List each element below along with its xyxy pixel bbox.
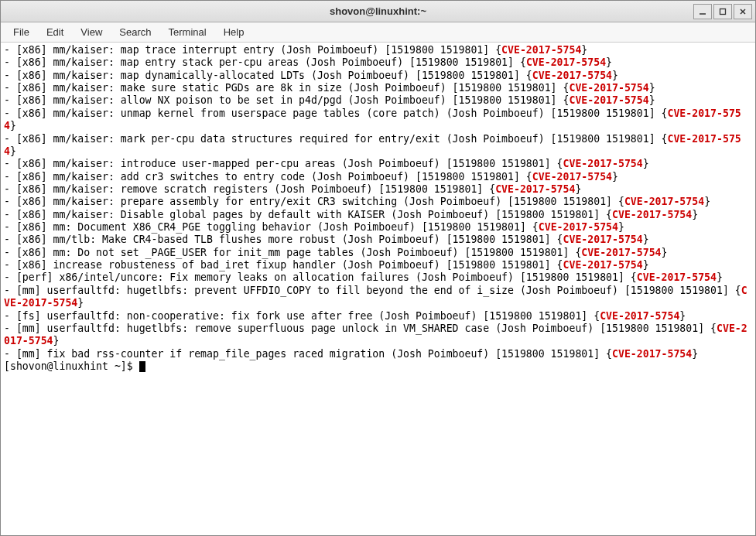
log-line: - [mm] fix bad rss-counter if remap_file… <box>4 348 698 360</box>
minimize-button[interactable] <box>693 4 712 19</box>
cve-id: CVE-2017-5754 <box>612 348 692 360</box>
cve-id: CVE-2017-5754 <box>4 323 747 347</box>
close-button[interactable] <box>734 4 752 19</box>
log-line: - [x86] mm/kaiser: mark per-cpu data str… <box>4 133 741 157</box>
menu-search[interactable]: Search <box>111 24 159 40</box>
cve-id: CVE-2017-5754 <box>563 259 643 271</box>
menu-terminal[interactable]: Terminal <box>161 24 214 40</box>
shell-prompt: [shovon@linuxhint ~]$ <box>4 360 139 372</box>
cve-id: CVE-2017-5754 <box>4 133 741 157</box>
menu-help[interactable]: Help <box>216 24 252 40</box>
cve-id: CVE-2017-5754 <box>4 108 741 131</box>
log-line: - [x86] mm/kaiser: map trace interrupt e… <box>4 44 587 56</box>
cve-id: CVE-2017-5754 <box>624 196 704 207</box>
log-line: - [mm] userfaultfd: hugetlbfs: remove su… <box>4 323 747 347</box>
log-line: - [x86] mm/kaiser: allow NX poison to be… <box>4 94 655 106</box>
terminal-output[interactable]: - [x86] mm/kaiser: map trace interrupt e… <box>1 43 755 535</box>
log-line: - [x86] mm/kaiser: map dynamically-alloc… <box>4 70 618 81</box>
window-title: shovon@linuxhint:~ <box>330 5 426 17</box>
log-line: - [perf] x86/intel/uncore: Fix memory le… <box>4 271 723 283</box>
cve-id: CVE-2017-5754 <box>4 285 747 309</box>
menubar: File Edit View Search Terminal Help <box>1 22 755 43</box>
menu-file[interactable]: File <box>5 24 37 40</box>
cve-id: CVE-2017-5754 <box>569 94 648 106</box>
log-line: - [x86] mm: Do not set _PAGE_USER for in… <box>4 247 668 258</box>
cursor <box>139 361 145 372</box>
cve-id: CVE-2017-5754 <box>526 56 606 68</box>
log-line: - [x86] mm/kaiser: prepare assembly for … <box>4 196 710 207</box>
cve-id: CVE-2017-5754 <box>501 44 581 56</box>
cve-id: CVE-2017-5754 <box>569 82 648 94</box>
cve-id: CVE-2017-5754 <box>612 209 692 220</box>
log-line: - [x86] mm: Document X86_CR4_PGE togglin… <box>4 221 624 233</box>
cve-id: CVE-2017-5754 <box>637 271 717 283</box>
cve-id: CVE-2017-5754 <box>563 234 643 245</box>
log-line: - [fs] userfaultfd: non-cooperative: fix… <box>4 310 686 322</box>
log-line: - [x86] increase robusteness of bad_iret… <box>4 259 649 271</box>
log-line: - [x86] mm/kaiser: Disable global pages … <box>4 209 698 220</box>
log-line: - [x86] mm/kaiser: remove scratch regist… <box>4 183 581 195</box>
log-line: - [mm] userfaultfd: hugetlbfs: prevent U… <box>4 285 747 309</box>
terminal-window: shovon@linuxhint:~ File Edit View Search… <box>0 0 756 536</box>
menu-view[interactable]: View <box>73 24 110 40</box>
log-line: - [x86] mm/tlb: Make CR4-based TLB flush… <box>4 234 649 245</box>
cve-id: CVE-2017-5754 <box>563 158 643 169</box>
log-line: - [x86] mm/kaiser: map entry stack per-c… <box>4 56 612 68</box>
log-line: - [x86] mm/kaiser: introduce user-mapped… <box>4 158 649 169</box>
log-line: - [x86] mm/kaiser: unmap kernel from use… <box>4 108 741 131</box>
cve-id: CVE-2017-5754 <box>581 247 661 258</box>
cve-id: CVE-2017-5754 <box>539 221 618 233</box>
svg-rect-1 <box>720 9 726 14</box>
cve-id: CVE-2017-5754 <box>532 70 612 81</box>
maximize-button[interactable] <box>713 4 732 19</box>
cve-id: CVE-2017-5754 <box>532 171 612 183</box>
window-controls <box>693 4 752 19</box>
log-line: - [x86] mm/kaiser: add cr3 switches to e… <box>4 171 618 183</box>
cve-id: CVE-2017-5754 <box>495 183 575 195</box>
titlebar: shovon@linuxhint:~ <box>1 1 755 22</box>
menu-edit[interactable]: Edit <box>39 24 71 40</box>
log-line: - [x86] mm/kaiser: make sure static PGDs… <box>4 82 655 94</box>
cve-id: CVE-2017-5754 <box>600 310 679 322</box>
